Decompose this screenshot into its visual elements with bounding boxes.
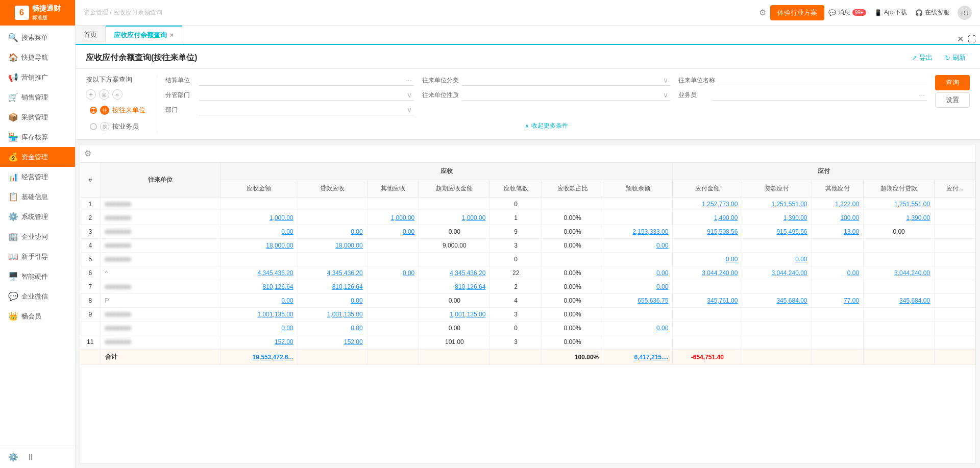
partner-category-input[interactable]: [464, 77, 664, 84]
cell-ar-prepay[interactable]: 655,636.75: [603, 294, 673, 308]
settings-bottom-icon[interactable]: ⚙️: [8, 452, 18, 462]
export-button[interactable]: ↗ 导出: [908, 51, 937, 64]
cell-ar-amount[interactable]: 4,345,436.20: [220, 266, 298, 280]
topbar-app-download[interactable]: 📱 App下载: [874, 8, 907, 17]
sidebar-item-system[interactable]: ⚙️ 系统管理: [0, 207, 75, 227]
tab-balance[interactable]: 应收应付余额查询 ×: [106, 26, 182, 44]
sidebar-item-marketing[interactable]: 📢 营销推广: [0, 67, 75, 87]
cell-ap-loan[interactable]: 1,251,551.00: [742, 198, 812, 211]
refresh-button[interactable]: ↻ 刷新: [941, 51, 970, 64]
cell-ap-overdue[interactable]: 345,684.00: [864, 294, 935, 308]
cell-ap-other[interactable]: 13.00: [812, 225, 864, 239]
cell-ap-overdue[interactable]: 3,044,240.00: [864, 266, 935, 280]
partner-nature-input[interactable]: [464, 91, 664, 98]
sidebar-item-wechat[interactable]: 💬 企业微信: [0, 286, 75, 306]
sidebar-item-corp[interactable]: 🏢 企业协同: [0, 227, 75, 247]
cell-ar-other[interactable]: 1,000.00: [367, 211, 419, 225]
cell-ap-loan[interactable]: 915,495.56: [742, 225, 812, 239]
partner-name-input[interactable]: [720, 77, 925, 84]
salesperson-dots[interactable]: ···: [919, 91, 925, 99]
table-gear-icon[interactable]: ⚙: [84, 149, 91, 158]
collapse-bottom-icon[interactable]: ⏸: [27, 453, 35, 462]
cell-ar-amount[interactable]: 1,000.00: [220, 211, 298, 225]
cell-ar-loan[interactable]: 0.00: [298, 225, 367, 239]
settlement-input[interactable]: [201, 77, 406, 84]
department-input[interactable]: [201, 106, 407, 113]
sidebar-item-purchase[interactable]: 📦 采购管理: [0, 107, 75, 127]
topbar-avatar[interactable]: Rit: [958, 6, 972, 20]
cell-ar-loan[interactable]: 1,001,135.00: [298, 308, 367, 322]
cell-ar-amount[interactable]: 18,000.00: [220, 239, 298, 253]
cell-ap-loan[interactable]: 3,044,240.00: [742, 266, 812, 280]
sidebar-item-base[interactable]: 📋 基础信息: [0, 187, 75, 207]
tab-close-window-icon[interactable]: ✕: [957, 34, 964, 44]
filter-collapse-btn[interactable]: «: [112, 89, 122, 100]
cell-ar-loan[interactable]: 18,000.00: [298, 239, 367, 253]
sidebar-item-vip[interactable]: 👑 畅会员: [0, 306, 75, 326]
cell-ar-overdue[interactable]: 1,000.00: [419, 211, 490, 225]
cell-ap-amount[interactable]: 1,252,773.00: [673, 198, 742, 211]
cell-ap-amount[interactable]: 1,490.00: [673, 211, 742, 225]
cell-ap-other[interactable]: 1,222.00: [812, 198, 864, 211]
cell-ar-prepay[interactable]: 2,153,333.00: [603, 225, 673, 239]
trial-btn[interactable]: 体验行业方案: [770, 5, 824, 20]
cell-ar-amount[interactable]: 0.00: [220, 294, 298, 308]
cell-ar-prepay[interactable]: 0.00: [603, 322, 673, 335]
cell-ar-other[interactable]: 0.00: [367, 266, 419, 280]
sidebar-item-quick[interactable]: 🏠 快捷导航: [0, 47, 75, 67]
cell-ap-other[interactable]: 0.00: [812, 266, 864, 280]
tab-home[interactable]: 首页: [76, 26, 106, 44]
tab-close-icon[interactable]: ×: [170, 32, 174, 39]
cell-ap-amount[interactable]: 915,508.56: [673, 225, 742, 239]
cell-ap-amount[interactable]: 3,044,240.00: [673, 266, 742, 280]
cell-ar-prepay[interactable]: 0.00: [603, 280, 673, 294]
cell-ar-loan[interactable]: 4,345,436.20: [298, 266, 367, 280]
cell-ar-loan[interactable]: 0.00: [298, 322, 367, 335]
cell-ar-amount[interactable]: 810,126.64: [220, 280, 298, 294]
partner-nature-arrow[interactable]: ∨: [663, 91, 668, 99]
cell-ap-overdue[interactable]: 1,251,551.00: [864, 198, 935, 211]
cell-ar-amount[interactable]: 1,001,135.00: [220, 308, 298, 322]
department-arrow[interactable]: ∨: [407, 106, 412, 114]
cell-ap-loan[interactable]: 0.00: [742, 253, 812, 266]
sidebar-item-inventory[interactable]: 🏪 库存核算: [0, 127, 75, 147]
cell-ap-other[interactable]: 100.00: [812, 211, 864, 225]
sidebar-item-sales[interactable]: 🛒 销售管理: [0, 87, 75, 107]
cell-ar-other[interactable]: 0.00: [367, 225, 419, 239]
cell-ar-amount[interactable]: 152.00: [220, 335, 298, 350]
table-wrapper[interactable]: # 往来单位 应收 应付 应收金额 贷款应收 其他应收 超期应收金额 应收笔数 …: [80, 163, 975, 463]
cell-ar-amount[interactable]: 0.00: [220, 322, 298, 335]
sidebar-item-hardware[interactable]: 🖥️ 智能硬件: [0, 266, 75, 286]
footer-ar-prepay[interactable]: 6,417,215....: [603, 349, 673, 365]
settings-button[interactable]: 设置: [935, 92, 970, 108]
sidebar-item-search[interactable]: 🔍 搜索菜单: [0, 28, 75, 47]
cell-ap-overdue[interactable]: 1,390.00: [864, 211, 935, 225]
dept-input[interactable]: [201, 91, 407, 98]
salesperson-input[interactable]: [714, 91, 919, 98]
cell-ar-overdue[interactable]: 810,126.64: [419, 280, 490, 294]
topbar-gear-icon[interactable]: ⚙: [759, 8, 766, 17]
cell-ap-loan[interactable]: 1,390.00: [742, 211, 812, 225]
topbar-notification[interactable]: 💬 消息 99+: [828, 8, 866, 17]
cell-ar-loan[interactable]: 0.00: [298, 294, 367, 308]
collapse-more-button[interactable]: ∧ 收起更多条件: [525, 121, 568, 130]
filter-option-by-staff[interactable]: 按 按业务员: [86, 120, 153, 133]
cell-ap-other[interactable]: 77.00: [812, 294, 864, 308]
cell-ar-loan[interactable]: 810,126.64: [298, 280, 367, 294]
cell-ar-overdue[interactable]: 4,345,436.20: [419, 266, 490, 280]
cell-ar-amount[interactable]: 0.00: [220, 225, 298, 239]
topbar-online-service[interactable]: 🎧 在线客服: [915, 8, 949, 17]
cell-ap-amount[interactable]: 345,761.00: [673, 294, 742, 308]
partner-category-arrow[interactable]: ∨: [663, 76, 668, 84]
filter-add-button[interactable]: +: [86, 89, 96, 100]
footer-ar-amount[interactable]: 19,553,472,6...: [220, 349, 298, 365]
cell-ar-prepay[interactable]: 0.00: [603, 266, 673, 280]
tab-expand-icon[interactable]: ⛶: [968, 35, 976, 44]
cell-ap-loan[interactable]: 345,684.00: [742, 294, 812, 308]
sidebar-item-guide[interactable]: 📖 新手引导: [0, 247, 75, 266]
cell-ar-prepay[interactable]: 0.00: [603, 239, 673, 253]
settlement-dots-icon[interactable]: ···: [406, 76, 412, 84]
filter-target-button[interactable]: ◎: [99, 89, 109, 100]
cell-ar-loan[interactable]: 152.00: [298, 335, 367, 350]
cell-ar-overdue[interactable]: 1,001,135.00: [419, 308, 490, 322]
